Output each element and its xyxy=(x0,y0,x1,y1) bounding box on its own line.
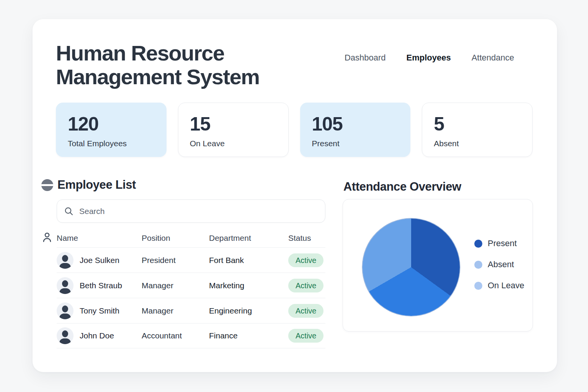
stat-card-total-employees: 120 Total Employees xyxy=(56,103,167,157)
main-panel: Human Resource Management System Dashboa… xyxy=(33,19,557,372)
table-row[interactable]: Joe Sulken President Fort Bank Active xyxy=(57,247,325,273)
attendance-overview-title: Attendance Overview xyxy=(343,180,461,194)
legend-label: Present xyxy=(488,238,517,248)
column-header-status: Status xyxy=(288,234,325,243)
cell-status: Active xyxy=(288,304,325,318)
cell-name: Tony Smith xyxy=(57,302,142,319)
cell-name: Beth Straub xyxy=(57,277,142,294)
cell-name: John Doe xyxy=(57,327,142,344)
page: Human Resource Management System Dashboa… xyxy=(0,0,588,392)
person-outline-icon xyxy=(42,232,52,243)
stat-card-on-leave: 15 On Leave xyxy=(178,103,289,157)
stat-cards: 120 Total Employees 15 On Leave 105 Pres… xyxy=(56,103,532,157)
stat-value: 120 xyxy=(68,113,155,135)
list-circle-icon xyxy=(41,179,53,191)
employee-name: John Doe xyxy=(80,331,114,340)
cell-position: Manager xyxy=(142,281,209,290)
attendance-chart-card: Present Absent On Leave xyxy=(343,199,533,332)
nav-item-attendance[interactable]: Attendance xyxy=(472,53,514,63)
cell-department: Finance xyxy=(209,331,288,340)
legend-dot-present xyxy=(474,240,482,248)
legend-item-absent: Absent xyxy=(474,260,524,270)
cell-position: President xyxy=(142,256,209,265)
stat-label: Present xyxy=(312,139,399,148)
table-row[interactable]: Beth Straub Manager Marketing Active xyxy=(57,273,325,298)
stat-value: 15 xyxy=(190,113,277,135)
stat-value: 105 xyxy=(312,113,399,135)
cell-status: Active xyxy=(288,253,325,267)
stat-label: Absent xyxy=(434,139,521,148)
chart-legend: Present Absent On Leave xyxy=(474,238,524,291)
cell-department: Engineering xyxy=(209,306,288,315)
table-header-row: Name Position Department Status xyxy=(57,229,325,247)
employee-name: Joe Sulken xyxy=(80,256,119,265)
legend-item-on-leave: On Leave xyxy=(474,281,524,291)
search-icon xyxy=(64,206,74,216)
avatar-icon xyxy=(57,277,74,294)
column-header-position: Position xyxy=(142,234,209,243)
search-box xyxy=(57,199,325,223)
top-nav: Dashboard Employees Attendance xyxy=(345,53,514,63)
employee-table: Name Position Department Status Joe Sulk… xyxy=(57,229,325,348)
avatar-icon xyxy=(57,327,74,344)
employee-list-title: Employee List xyxy=(57,178,136,192)
employee-name: Beth Straub xyxy=(80,281,122,290)
status-badge: Active xyxy=(288,329,323,343)
column-header-department: Department xyxy=(209,234,288,243)
nav-item-dashboard[interactable]: Dashboard xyxy=(345,53,386,63)
stat-card-absent: 5 Absent xyxy=(422,103,532,157)
table-row[interactable]: Tony Smith Manager Engineering Active xyxy=(57,298,325,323)
stat-value: 5 xyxy=(434,113,521,135)
legend-label: Absent xyxy=(488,260,514,270)
status-badge: Active xyxy=(288,304,323,318)
nav-item-employees[interactable]: Employees xyxy=(407,53,451,63)
cell-position: Accountant xyxy=(142,331,209,340)
cell-position: Manager xyxy=(142,306,209,315)
column-header-name: Name xyxy=(57,234,142,243)
search-input[interactable] xyxy=(79,207,318,216)
employee-name: Tony Smith xyxy=(80,306,119,315)
table-row[interactable]: John Doe Accountant Finance Active xyxy=(57,323,325,348)
legend-item-present: Present xyxy=(474,238,524,248)
stat-card-present: 105 Present xyxy=(300,103,411,157)
page-title: Human Resource Management System xyxy=(56,41,301,89)
legend-label: On Leave xyxy=(488,281,524,291)
cell-status: Active xyxy=(288,329,325,343)
stat-label: Total Employees xyxy=(68,139,155,148)
cell-department: Fort Bank xyxy=(209,256,288,265)
status-badge: Active xyxy=(288,253,323,267)
cell-department: Marketing xyxy=(209,281,288,290)
legend-dot-on-leave xyxy=(474,282,482,290)
cell-status: Active xyxy=(288,279,325,292)
cell-name: Joe Sulken xyxy=(57,252,142,269)
status-badge: Active xyxy=(288,279,323,292)
attendance-pie-chart xyxy=(363,219,460,316)
stat-label: On Leave xyxy=(190,139,277,148)
employee-list-header: Employee List xyxy=(41,178,136,192)
avatar-icon xyxy=(57,252,74,269)
avatar-icon xyxy=(57,302,74,319)
legend-dot-absent xyxy=(474,261,482,269)
